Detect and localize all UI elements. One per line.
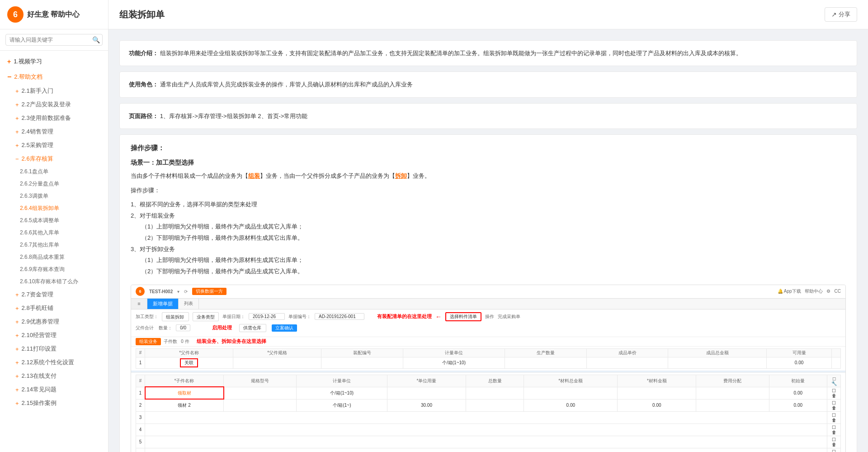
mock-input-type: 组装拆卸	[162, 312, 189, 321]
mock-company: TEST-H002	[149, 289, 173, 294]
mock-form-row1: 加工类型： 组装拆卸 业务类型 单据日期： 2019-12-26 单据编号： A…	[136, 312, 841, 321]
sidebar-item-2-14[interactable]: + 2.14常见问题	[0, 383, 108, 396]
main-header: 组装拆卸单 ↗ 分享	[108, 0, 868, 29]
steps-label: 操作步骤：	[131, 185, 846, 195]
scenario1-desc: 当由多个子件材料组装成一个成品的业务为【组装】业务，当由一个父件拆分成多个子产品…	[131, 171, 846, 181]
sidebar-item-video-learning[interactable]: + 1.视频学习	[0, 54, 108, 69]
step-3: 3、对于拆卸业务	[131, 244, 846, 255]
sidebar-label-2-11: 2.11打印设置	[22, 345, 57, 353]
annotation-2: 组装业务、拆卸业务在这里选择	[197, 338, 266, 345]
mock-lower-table: # *子件名称 规格型号 计量单位 *单位用量 总数量 *材料总金额 *材料金额…	[136, 375, 841, 452]
sidebar-item-2-2[interactable]: + 2.2产品安装及登录	[0, 98, 108, 111]
sidebar-label-1: 1.视频学习	[14, 57, 42, 66]
mock-label-docno: 单据编号：	[288, 314, 311, 320]
mock-label-date: 单据日期：	[222, 314, 245, 320]
mock-sidebar-toggle: ≡	[131, 299, 147, 309]
link-chaijiong[interactable]: 拆卸	[395, 172, 407, 179]
mock-lower-row-5: 5 ☐ 🗑	[136, 436, 841, 448]
sidebar-label-2-8: 2.8手机旺铺	[22, 304, 53, 312]
content-body: 功能介绍： 组装拆卸单用来处理企业组装或拆卸等加工业务，支持有固定装配清单的产品…	[108, 29, 868, 452]
sidebar-item-2-5[interactable]: + 2.5采购管理	[0, 138, 108, 152]
sidebar-item-2-8[interactable]: + 2.8手机旺铺	[0, 301, 108, 315]
nav-children-2-6: 2.6.1盘点单 2.6.2分量盘点单 2.6.3调拨单 2.6.4组装拆卸单 …	[0, 166, 108, 288]
role-label: 使用角色：	[129, 81, 158, 88]
sidebar-item-2-9[interactable]: + 2.9优惠券管理	[0, 315, 108, 328]
sidebar-item-2-3[interactable]: + 2.3使用前数据准备	[0, 111, 108, 125]
mock-lower-row-4: 4 ☐ 🗑	[136, 423, 841, 436]
sidebar-label-2-10: 2.10经营管理	[22, 331, 57, 339]
plus-icon-2-15: +	[15, 400, 19, 407]
mock-topbar: 6 TEST-H002 ▾ ⟳ 切换数据一方 🔔 App下载 帮助中心 ⚙ CC	[131, 285, 845, 299]
share-icon: ↗	[831, 11, 837, 18]
operations-label: 操作步骤：	[131, 144, 846, 152]
search-button[interactable]: 🔍	[92, 36, 100, 43]
link-zuzhuang[interactable]: 组装	[248, 172, 260, 179]
minus-icon-2: −	[7, 73, 11, 81]
feature-intro-text: 组装拆卸单用来处理企业组装或拆卸等加工业务，支持有固定装配清单的产品加工业务，也…	[160, 50, 742, 57]
sidebar-item-2-12[interactable]: + 2.12系统个性化设置	[0, 356, 108, 369]
sidebar-item-2-11[interactable]: + 2.11打印设置	[0, 342, 108, 356]
sidebar-logo: 6 好生意 帮助中心	[0, 0, 108, 29]
page-title: 组装拆卸单	[119, 9, 165, 21]
mock-input-bom: 选择料件清单	[445, 312, 481, 321]
search-input[interactable]	[5, 34, 103, 46]
sidebar-label-2-6: 2.6库存核算	[22, 155, 53, 163]
mock-input-enable: 供需仓库	[239, 324, 266, 332]
plus-icon-2-14: +	[15, 386, 19, 393]
sidebar-item-2-15[interactable]: + 2.15操作案例	[0, 396, 108, 410]
plus-icon-2-5: +	[15, 142, 19, 149]
mock-form-row2: 父件合计 数量： 0/0 启用处理 供需仓库 立案确认	[136, 324, 841, 332]
mock-annotation-row: 组装业务 子件数 0 件 组装业务、拆卸业务在这里选择	[131, 337, 845, 347]
step-2-sub: （1）上部明细为父件明细，最终作为产成品生成其它入库单； （2）下部明细为子件明…	[131, 221, 846, 243]
mock-logo: 6	[136, 287, 145, 296]
sidebar-item-2-6-9[interactable]: 2.6.9库存账本查询	[0, 263, 108, 276]
sidebar-item-2-13[interactable]: + 2.13在线支付	[0, 369, 108, 383]
plus-icon-2-3: +	[15, 115, 19, 122]
plus-icon-2-13: +	[15, 373, 19, 380]
mock-input-docno: AD-20191226-001	[315, 313, 364, 320]
steps-list: 1、根据不同的业务，选择不同单据的类型来处理 2、对于组装业务 （1）上部明细为…	[131, 199, 846, 277]
mock-lower-row-6: 6 ☐ 🗑	[136, 448, 841, 452]
feature-intro-section: 功能介绍： 组装拆卸单用来处理企业组装或拆卸等加工业务，支持有固定装配清单的产品…	[119, 40, 857, 66]
sidebar-item-2-6-8[interactable]: 2.6.8商品成本重算	[0, 251, 108, 263]
mock-label-type: 加工类型：	[136, 314, 158, 320]
plus-icon-2-7: +	[15, 291, 19, 298]
sidebar-label-2-9: 2.9优惠券管理	[22, 318, 59, 326]
mock-input-date: 2019-12-26	[249, 313, 285, 320]
sidebar-item-2-6-1[interactable]: 2.6.1盘点单	[0, 166, 108, 178]
sidebar-item-2-4[interactable]: + 2.4销售管理	[0, 125, 108, 138]
sidebar-item-2-6-7[interactable]: 2.6.7其他出库单	[0, 239, 108, 251]
annotation-1: 有装配清单的在这里处理	[377, 313, 432, 320]
arrow-1: ←	[435, 313, 442, 320]
mock-tab-new: 新增单据	[147, 299, 179, 309]
sidebar-item-2-6-4[interactable]: 2.6.4组装拆卸单	[0, 202, 108, 214]
sidebar-label-2: 2.帮助文档	[14, 73, 42, 81]
sidebar-item-help-docs[interactable]: − 2.帮助文档	[0, 70, 108, 84]
mock-input-subtype: 业务类型	[193, 312, 219, 321]
mock-btn-confirm: 立案确认	[272, 324, 297, 332]
sidebar-label-2-12: 2.12系统个性化设置	[22, 358, 74, 366]
sidebar-item-2-1[interactable]: + 2.1新手入门	[0, 84, 108, 98]
sidebar-label-2-4: 2.4销售管理	[22, 128, 53, 136]
sidebar-item-2-6-2[interactable]: 2.6.2分量盘点单	[0, 178, 108, 190]
share-button[interactable]: ↗ 分享	[825, 7, 857, 22]
sidebar-item-2-6-5[interactable]: 2.6.5成本调整单	[0, 214, 108, 227]
sidebar-label-2-3: 2.3使用前数据准备	[22, 114, 71, 122]
sidebar-item-2-6-10[interactable]: 2.6.10库存账本错了么办	[0, 276, 108, 288]
sidebar-item-2-6-3[interactable]: 2.6.3调拨单	[0, 190, 108, 202]
screenshot-container: 6 TEST-H002 ▾ ⟳ 切换数据一方 🔔 App下载 帮助中心 ⚙ CC…	[131, 285, 846, 452]
sidebar-item-2-7[interactable]: + 2.7资金管理	[0, 288, 108, 301]
sidebar-item-2-6-6[interactable]: 2.6.6其他入库单	[0, 227, 108, 239]
sidebar-item-2-10[interactable]: + 2.10经营管理	[0, 328, 108, 342]
step-2-sub-2: （2）下部明细为子件明细，最终作为原材料生成其它出库单。	[142, 233, 846, 244]
plus-icon-2-9: +	[15, 319, 19, 325]
step-3-sub: （1）上部明细为父件明细，最终作为原材料生成其它出库单； （2）下部明细为子件明…	[131, 255, 846, 277]
plus-icon-2-1: +	[15, 88, 19, 95]
step-1: 1、根据不同的业务，选择不同单据的类型来处理	[131, 199, 846, 210]
sidebar-item-2-6[interactable]: − 2.6库存核算	[0, 152, 108, 166]
logo-icon: 6	[7, 6, 24, 23]
breadcrumb-section: 页面路径： 1、库存核算->库存管理->组装拆卸单 2、首页->常用功能	[119, 103, 857, 129]
sidebar-label-2-1: 2.1新手入门	[22, 87, 53, 95]
mock-lower-table-area: # *子件名称 规格型号 计量单位 *单位用量 总数量 *材料总金额 *材料金额…	[131, 372, 845, 452]
sidebar-label-2-7: 2.7资金管理	[22, 290, 53, 299]
